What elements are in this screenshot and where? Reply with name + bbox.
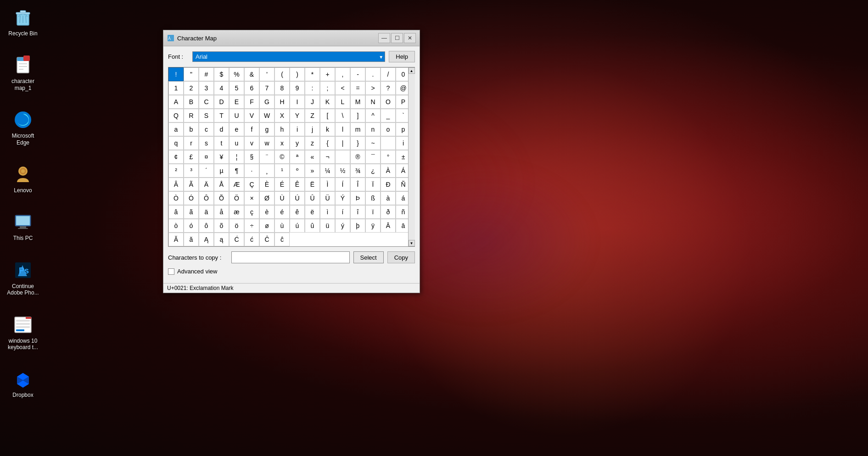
- char-cell[interactable]: <: [335, 81, 350, 95]
- font-select[interactable]: Arial: [192, 51, 385, 62]
- char-cell[interactable]: ^: [365, 109, 381, 122]
- char-cell[interactable]: Ò: [168, 191, 184, 205]
- copy-button[interactable]: Copy: [387, 251, 415, 263]
- minimize-button[interactable]: —: [378, 33, 390, 43]
- char-cell[interactable]: ¹: [274, 164, 290, 178]
- desktop-icon-recycle-bin[interactable]: Recycle Bin: [5, 5, 41, 39]
- char-cell[interactable]: =: [350, 81, 365, 95]
- char-cell[interactable]: Ð: [381, 178, 396, 191]
- char-cell[interactable]: ¶: [229, 164, 244, 178]
- char-cell[interactable]: b: [184, 122, 199, 136]
- char-cell[interactable]: å: [214, 205, 229, 219]
- char-cell[interactable]: ê: [290, 205, 305, 219]
- char-cell[interactable]: µ: [214, 164, 229, 178]
- char-cell[interactable]: s: [199, 136, 214, 150]
- char-cell[interactable]: À: [381, 164, 396, 178]
- char-cell[interactable]: Ć: [229, 233, 244, 246]
- char-cell[interactable]: N: [365, 95, 381, 109]
- desktop-icon-this-pc[interactable]: This PC: [5, 209, 41, 243]
- char-cell[interactable]: æ: [229, 205, 244, 219]
- char-cell[interactable]: »: [305, 164, 320, 178]
- char-cell[interactable]: ³: [184, 164, 199, 178]
- char-cell[interactable]: m: [350, 122, 365, 136]
- char-cell[interactable]: V: [244, 109, 259, 122]
- char-cell[interactable]: ¯: [365, 150, 381, 164]
- char-cell[interactable]: û: [305, 219, 320, 233]
- char-cell[interactable]: ;: [320, 81, 335, 95]
- char-cell[interactable]: $: [214, 67, 229, 81]
- char-cell[interactable]: Z: [305, 109, 320, 122]
- char-cell[interactable]: Î: [350, 178, 365, 191]
- char-cell[interactable]: ß: [365, 191, 381, 205]
- char-cell[interactable]: A: [168, 95, 184, 109]
- char-cell[interactable]: Ą: [199, 233, 214, 246]
- char-cell[interactable]: ¿: [365, 164, 381, 178]
- advanced-view-checkbox[interactable]: [168, 268, 174, 275]
- char-cell[interactable]: ø: [259, 219, 274, 233]
- char-cell[interactable]: n: [365, 122, 381, 136]
- char-cell[interactable]: ć: [244, 233, 259, 246]
- char-cell[interactable]: S: [199, 109, 214, 122]
- char-cell[interactable]: x: [274, 136, 290, 150]
- desktop-icon-dropbox[interactable]: Dropbox: [5, 366, 41, 400]
- char-cell[interactable]: ": [184, 67, 199, 81]
- char-cell[interactable]: ¼: [320, 164, 335, 178]
- char-cell[interactable]: F: [244, 95, 259, 109]
- char-cell[interactable]: H: [274, 95, 290, 109]
- char-cell[interactable]: L: [335, 95, 350, 109]
- char-cell[interactable]: >: [365, 81, 381, 95]
- char-cell[interactable]: ): [290, 67, 305, 81]
- char-cell[interactable]: ë: [305, 205, 320, 219]
- char-cell[interactable]: v: [244, 136, 259, 150]
- char-cell[interactable]: Ä: [199, 178, 214, 191]
- char-cell[interactable]: ¦: [229, 150, 244, 164]
- char-cell[interactable]: ÿ: [365, 219, 381, 233]
- char-cell[interactable]: ó: [184, 219, 199, 233]
- char-cell[interactable]: Q: [168, 109, 184, 122]
- char-cell[interactable]: J: [305, 95, 320, 109]
- characters-to-copy-input[interactable]: [231, 251, 350, 263]
- char-cell[interactable]: Ā: [381, 219, 396, 233]
- char-cell[interactable]: +: [320, 67, 335, 81]
- char-cell[interactable]: }: [350, 136, 365, 150]
- char-cell[interactable]: ~: [365, 136, 381, 150]
- char-cell[interactable]: ï: [365, 205, 381, 219]
- char-cell[interactable]: 5: [229, 81, 244, 95]
- desktop-icon-lenovo[interactable]: Lenovo: [5, 161, 41, 195]
- char-cell[interactable]: ²: [168, 164, 184, 178]
- char-cell[interactable]: ¥: [214, 150, 229, 164]
- char-cell[interactable]: è: [259, 205, 274, 219]
- char-cell[interactable]: õ: [214, 219, 229, 233]
- char-cell[interactable]: Ă: [168, 233, 184, 246]
- char-cell[interactable]: R: [184, 109, 199, 122]
- char-cell[interactable]: °: [381, 150, 396, 164]
- char-cell[interactable]: ã: [184, 205, 199, 219]
- char-cell[interactable]: j: [305, 122, 320, 136]
- char-cell[interactable]: 6: [244, 81, 259, 95]
- char-cell[interactable]: Ê: [290, 178, 305, 191]
- char-cell[interactable]: .: [365, 67, 381, 81]
- char-cell[interactable]: Ĉ: [259, 233, 274, 246]
- char-cell[interactable]: _: [381, 109, 396, 122]
- char-cell[interactable]: þ: [350, 219, 365, 233]
- char-cell[interactable]: ·: [244, 164, 259, 178]
- char-cell[interactable]: z: [305, 136, 320, 150]
- char-cell[interactable]: ô: [199, 219, 214, 233]
- char-cell[interactable]: ò: [168, 219, 184, 233]
- char-cell[interactable]: ½: [335, 164, 350, 178]
- advanced-view-label[interactable]: Advanced view: [177, 268, 217, 275]
- char-cell[interactable]: #: [199, 67, 214, 81]
- char-cell[interactable]: Ö: [229, 191, 244, 205]
- char-cell[interactable]: «: [305, 150, 320, 164]
- char-cell[interactable]: -: [350, 67, 365, 81]
- char-cell[interactable]: |: [335, 136, 350, 150]
- char-cell[interactable]: k: [320, 122, 335, 136]
- char-cell[interactable]: t: [214, 136, 229, 150]
- char-cell[interactable]: q: [168, 136, 184, 150]
- char-cell[interactable]: K: [320, 95, 335, 109]
- char-cell[interactable]: ì: [320, 205, 335, 219]
- char-cell[interactable]: w: [259, 136, 274, 150]
- char-cell[interactable]: !: [168, 67, 184, 81]
- char-cell[interactable]: o: [381, 122, 396, 136]
- char-cell[interactable]: Ã: [184, 178, 199, 191]
